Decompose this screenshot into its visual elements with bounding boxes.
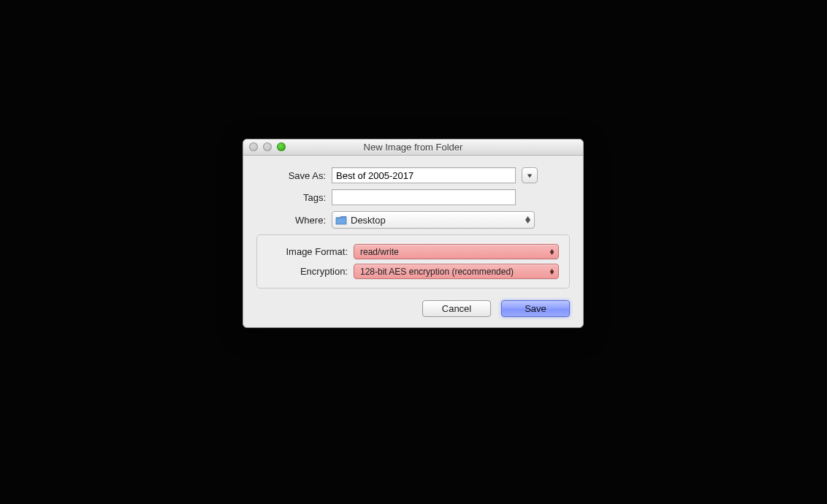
save-dialog-window: New Image from Folder Save As: Tags: Whe… xyxy=(243,139,584,328)
window-title: New Image from Folder xyxy=(364,142,463,153)
save-as-label: Save As: xyxy=(256,170,332,181)
image-format-label: Image Format: xyxy=(267,246,354,257)
dialog-body: Save As: Tags: Where: Deskto xyxy=(243,156,583,327)
updown-stepper-icon xyxy=(522,213,533,226)
image-options-section: Image Format: read/write Encryption: 128… xyxy=(256,234,570,289)
tags-row: Tags: xyxy=(256,189,570,205)
folder-icon xyxy=(335,215,347,225)
chevron-down-icon xyxy=(527,170,533,181)
save-button-label: Save xyxy=(525,303,546,314)
image-format-select[interactable]: read/write xyxy=(354,244,559,259)
where-row: Where: Desktop xyxy=(256,211,570,229)
zoom-window-button[interactable] xyxy=(277,142,286,151)
save-button[interactable]: Save xyxy=(501,300,570,317)
encryption-label: Encryption: xyxy=(267,266,354,277)
cancel-button-label: Cancel xyxy=(442,303,471,314)
titlebar[interactable]: New Image from Folder xyxy=(243,140,583,156)
window-controls xyxy=(249,142,286,151)
svg-marker-2 xyxy=(525,220,530,224)
save-as-row: Save As: xyxy=(256,167,570,183)
where-location-value: Desktop xyxy=(351,215,386,226)
tags-input[interactable] xyxy=(332,189,516,205)
svg-marker-6 xyxy=(549,272,554,275)
where-label: Where: xyxy=(256,215,332,226)
updown-stepper-icon xyxy=(547,245,556,258)
encryption-value: 128-bit AES encryption (recommended) xyxy=(360,267,514,277)
close-window-button[interactable] xyxy=(249,142,258,151)
cancel-button[interactable]: Cancel xyxy=(422,300,491,317)
svg-marker-0 xyxy=(527,174,532,177)
encryption-select[interactable]: 128-bit AES encryption (recommended) xyxy=(354,264,559,279)
svg-marker-4 xyxy=(549,252,554,255)
updown-stepper-icon xyxy=(547,265,556,278)
expand-save-panel-button[interactable] xyxy=(522,167,538,183)
save-as-input[interactable] xyxy=(332,167,516,183)
tags-label: Tags: xyxy=(256,192,332,203)
image-format-value: read/write xyxy=(360,247,399,257)
image-format-row: Image Format: read/write xyxy=(267,244,559,259)
where-location-select[interactable]: Desktop xyxy=(332,211,535,229)
encryption-row: Encryption: 128-bit AES encryption (reco… xyxy=(267,264,559,279)
minimize-window-button[interactable] xyxy=(263,142,272,151)
dialog-footer: Cancel Save xyxy=(256,300,570,317)
